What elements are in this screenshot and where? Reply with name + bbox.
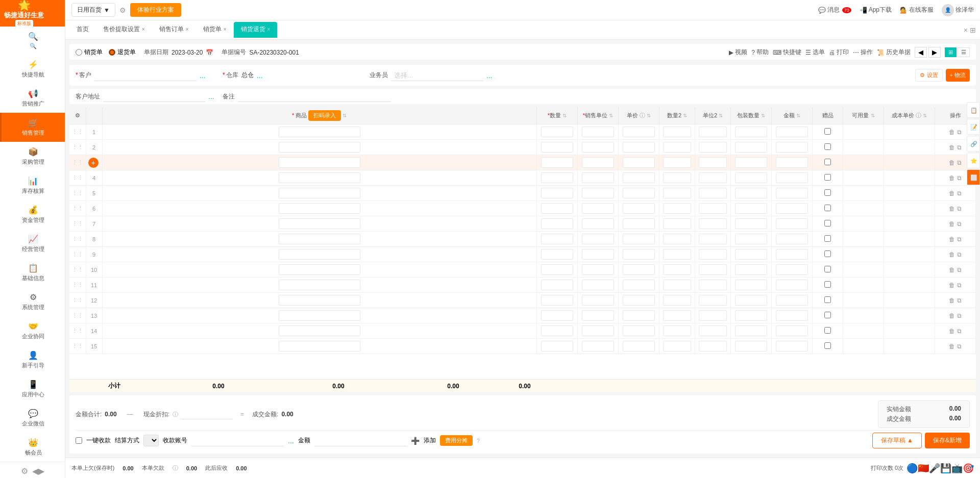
price-cell[interactable] — [619, 232, 659, 247]
sidebar-item-finance[interactable]: 💰 资金管理 — [0, 200, 65, 229]
copy-row-icon-15[interactable]: ⧉ — [957, 343, 962, 350]
unit2-cell[interactable] — [695, 339, 731, 354]
amount-cell[interactable] — [772, 201, 813, 216]
pack-cell[interactable] — [731, 124, 772, 140]
unit2-input-7[interactable] — [699, 218, 727, 229]
gift-cell[interactable] — [813, 170, 843, 186]
pack-cell[interactable] — [731, 232, 772, 247]
collapse-icon[interactable]: ◀▶ — [32, 466, 44, 476]
qty-cell[interactable] — [537, 308, 578, 323]
qty-cell[interactable] — [537, 140, 578, 155]
delete-row-icon-14[interactable]: 🗑 — [949, 328, 955, 335]
qty-cell[interactable] — [537, 155, 578, 170]
unit-cell[interactable] — [578, 201, 619, 216]
price-cell[interactable] — [619, 278, 659, 293]
copy-row-icon-13[interactable]: ⧉ — [957, 312, 962, 319]
amount-input-3[interactable] — [776, 157, 808, 168]
unit2-cell[interactable] — [695, 308, 731, 323]
price-cell[interactable] — [619, 262, 659, 278]
price-input-7[interactable] — [623, 218, 655, 229]
sidebar-item-appstore[interactable]: 📱 应用中心 — [0, 374, 65, 404]
gift-cell[interactable] — [813, 308, 843, 323]
unit-cell[interactable] — [578, 339, 619, 354]
unit-input-9[interactable] — [582, 249, 615, 260]
price-cell[interactable] — [619, 201, 659, 216]
unit-input-7[interactable] — [582, 218, 615, 229]
toolbar-print[interactable]: 🖨 打印 — [829, 48, 849, 57]
qty2-cell[interactable] — [659, 124, 695, 140]
row-drag-handle[interactable]: ⋮⋮ — [69, 293, 86, 308]
pack-input-8[interactable] — [735, 234, 768, 244]
sidebar-item-quick[interactable]: ⚡ 快捷导航 — [0, 55, 65, 84]
amount-cell[interactable] — [772, 216, 813, 232]
debt-info-icon[interactable]: ⓘ — [173, 464, 178, 472]
prev-doc-btn[interactable]: ◀ — [915, 47, 927, 58]
price-input-6[interactable] — [623, 203, 655, 214]
unit-cell[interactable] — [578, 216, 619, 232]
product-cell[interactable] — [102, 293, 537, 308]
qty-input-8[interactable] — [541, 234, 574, 244]
unit2-input-10[interactable] — [699, 264, 727, 275]
amount-input-15[interactable] — [776, 341, 808, 351]
product-cell[interactable] — [102, 323, 537, 339]
row-drag-handle[interactable]: ⋮⋮ — [69, 170, 86, 186]
delete-row-icon-10[interactable]: 🗑 — [949, 266, 955, 273]
tab-sales-shipment-close[interactable]: × — [224, 27, 227, 32]
delete-row-icon-3[interactable]: 🗑 — [949, 159, 955, 166]
product-cell[interactable] — [102, 201, 537, 216]
right-btn-4[interactable]: ⭐ — [967, 153, 980, 168]
unit-input-15[interactable] — [582, 341, 615, 351]
qty-cell[interactable] — [537, 323, 578, 339]
tab-sales-return-close[interactable]: × — [267, 27, 271, 32]
fee-split-info-icon[interactable]: ? — [477, 438, 480, 444]
unit-input-2[interactable] — [582, 142, 615, 153]
qty2-input-4[interactable] — [663, 172, 691, 183]
qty-input-3[interactable] — [541, 157, 574, 168]
user-item[interactable]: 👤 徐泽华 — [942, 4, 974, 16]
gift-cell[interactable] — [813, 201, 843, 216]
row-drag-handle[interactable]: ⋮⋮ — [69, 262, 86, 278]
scan-btn[interactable]: 扫码录入 — [308, 110, 341, 121]
add-payment-icon[interactable]: ➕ — [411, 437, 420, 445]
product-input-1[interactable] — [279, 127, 360, 137]
sidebar-item-system[interactable]: ⚙ 系统管理 — [0, 287, 65, 316]
warehouse-dots[interactable]: ... — [257, 71, 263, 80]
qty-input-7[interactable] — [541, 218, 574, 229]
amount-input-2[interactable] — [776, 142, 808, 153]
qty2-cell[interactable] — [659, 140, 695, 155]
gift-checkbox-7[interactable] — [824, 220, 831, 227]
price-cell[interactable] — [619, 140, 659, 155]
cash-discount-info-icon[interactable]: ⓘ — [173, 411, 178, 418]
gift-checkbox-1[interactable] — [824, 128, 831, 135]
product-cell[interactable] — [102, 140, 537, 155]
copy-row-icon-14[interactable]: ⧉ — [957, 328, 962, 335]
qty2-cell[interactable] — [659, 323, 695, 339]
qty2-cell[interactable] — [659, 186, 695, 201]
tab-sales-shipment[interactable]: 销货单 × — [196, 22, 234, 38]
delete-row-icon-2[interactable]: 🗑 — [949, 144, 955, 151]
unit2-input-6[interactable] — [699, 203, 727, 214]
product-cell[interactable] — [102, 308, 537, 323]
pack-input-1[interactable] — [735, 127, 768, 137]
product-input-9[interactable] — [279, 249, 360, 260]
delete-row-icon-9[interactable]: 🗑 — [949, 251, 955, 258]
price-cell[interactable] — [619, 216, 659, 232]
price-cell[interactable] — [619, 247, 659, 262]
qty2-sort-icon[interactable]: ⇅ — [683, 113, 687, 118]
qty-cell[interactable] — [537, 186, 578, 201]
gift-cell[interactable] — [813, 140, 843, 155]
unit-input-8[interactable] — [582, 234, 615, 244]
qty2-cell[interactable] — [659, 293, 695, 308]
unit-cell[interactable] — [578, 155, 619, 170]
copy-row-icon-9[interactable]: ⧉ — [957, 251, 962, 258]
product-input-2[interactable] — [279, 142, 360, 153]
pack-cell[interactable] — [731, 262, 772, 278]
add-logistics-btn[interactable]: + 物流 — [946, 69, 970, 82]
tab-price-extract[interactable]: 售价提取设置 × — [96, 22, 152, 38]
salesperson-input[interactable] — [391, 70, 483, 81]
qty-input-15[interactable] — [541, 341, 574, 351]
radio-sales-shipment[interactable]: 销货单 — [76, 48, 103, 57]
qty-input-10[interactable] — [541, 264, 574, 275]
amount-input-7[interactable] — [776, 218, 808, 229]
product-input-5[interactable] — [279, 188, 360, 198]
